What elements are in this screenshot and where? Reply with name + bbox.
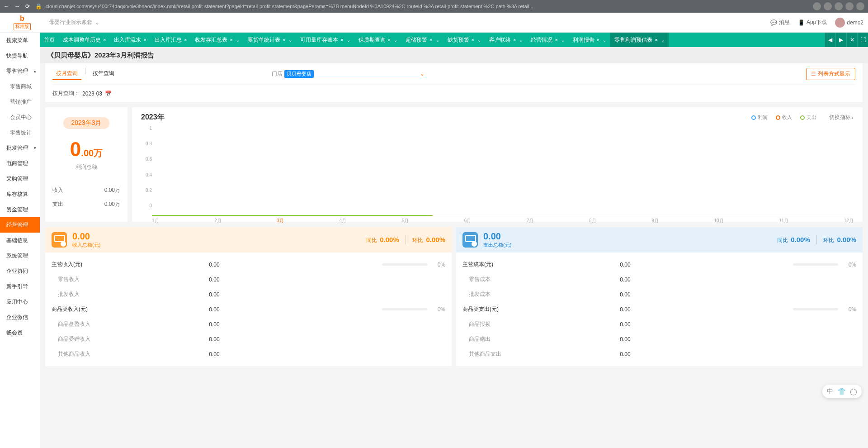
shirt-icon[interactable]: 👕 [838,388,845,395]
store-tag[interactable]: 贝贝母婴店 [284,70,314,78]
close-icon[interactable]: × [555,37,557,43]
tab[interactable]: 出入库汇总× [151,33,191,47]
tabs-next[interactable]: ▶ [835,33,846,47]
sidebar-item[interactable]: 基础信息 [0,233,40,248]
chart-plot[interactable]: 1月2月3月4月5月6月7月8月9月10月11月12月 [152,126,854,216]
close-icon[interactable]: × [230,37,232,43]
income-panel: 0.00 收入总额(元) 同比 0.00% 环比 0.00% 主营收入(元)0.… [45,227,452,366]
logo: b 标准版 [5,14,40,30]
sidebar-item[interactable]: 零售管理 [0,63,40,79]
sidebar-item[interactable]: 企业协同 [0,263,40,279]
app-header: b 标准版 母婴行业演示账套 💬 消息 📱 App下载 demo2 [0,13,868,33]
detail-row: 其他商品收入0.00 [52,347,445,362]
float-toolbar[interactable]: 中 👕 ◯ [822,385,862,398]
detail-row: 其他商品支出0.00 [462,347,856,362]
phone-icon: 📱 [798,19,805,26]
tab[interactable]: 首页 [40,33,59,47]
detail-row: 主营成本(元)0.000% [462,257,856,272]
legend-income[interactable]: 收入 [776,114,792,121]
close-icon[interactable]: × [340,37,343,43]
filter-tab-year[interactable]: 按年查询 [89,68,118,80]
close-icon[interactable]: × [597,37,599,43]
edition-badge: 标准版 [14,23,31,30]
reload-icon[interactable]: ⟳ [25,3,30,10]
sidebar-item[interactable]: 企业微信 [0,310,40,325]
account-dropdown[interactable]: 母婴行业演示账套 [49,19,99,26]
tab[interactable]: 利润报告× [569,33,610,47]
sidebar-item[interactable]: 电商管理 [0,156,40,171]
sidebar-item[interactable]: 采购管理 [0,171,40,186]
close-icon[interactable]: × [655,37,657,43]
sidebar-item[interactable]: 新手引导 [0,279,40,294]
tab[interactable]: 保质期查询× [354,33,401,47]
detail-row: 零售成本0.00 [462,272,856,287]
tab[interactable]: 收发存汇总表× [191,33,243,47]
browser-extensions [813,2,864,10]
list-mode-label: 列表方式显示 [818,70,850,78]
sidebar-item[interactable]: 零售统计 [0,125,40,140]
messages-link[interactable]: 💬 消息 [770,19,790,26]
expense-total-amount: 0.00 [483,231,511,242]
ime-indicator[interactable]: 中 [827,387,833,396]
tabs-close-all[interactable]: ✕ [846,33,857,47]
sidebar-item[interactable]: 应用中心 [0,294,40,310]
sidebar-item[interactable]: 会员中心 [0,110,40,125]
filter-tab-month[interactable]: 按月查询 [52,68,81,80]
tab[interactable]: 客户联络× [485,33,527,47]
legend-expense[interactable]: 支出 [800,114,816,121]
close-icon[interactable]: × [103,37,106,43]
store-select[interactable]: 贝贝母婴店 [284,69,425,79]
switch-metric-button[interactable]: 切换指标› [829,114,854,121]
tab[interactable]: 出入库流水× [110,33,150,47]
close-icon[interactable]: × [184,37,187,43]
close-icon[interactable]: × [513,37,516,43]
close-icon[interactable]: × [388,37,391,43]
tab[interactable]: 成本调整单历史× [59,33,110,47]
sidebar-item[interactable]: 快捷导航 [0,48,40,63]
close-icon[interactable]: × [429,37,432,43]
close-icon[interactable]: × [472,37,474,43]
month-query-value[interactable]: 2023-03 [82,91,102,97]
legend-profit[interactable]: 利润 [751,114,768,121]
sidebar-item[interactable]: 资金管理 [0,202,40,217]
close-icon[interactable]: × [283,37,285,43]
tab[interactable]: 经营情况× [527,33,568,47]
profit-total-label: 利润总额 [52,163,120,171]
page-title: 《贝贝母婴店》2023年3月利润报告 [40,47,868,63]
trend-chart-card: 2023年 利润 收入 支出 切换指标› 10.80.60.40.20 [132,107,863,222]
forward-icon[interactable]: → [14,3,20,10]
detail-row: 商品盘盈收入0.00 [52,317,445,332]
list-mode-button[interactable]: ☰ 列表方式显示 [806,68,855,80]
detail-row: 商品类支出(元)0.000% [462,302,856,317]
address-bar[interactable]: cloud.chanjet.com/nsy/u400r74daqxn/ole3b… [46,4,809,9]
calendar-icon[interactable]: 📅 [105,91,112,97]
sidebar-item[interactable]: 搜索菜单 [0,33,40,48]
tab[interactable]: 要货单统计表× [244,33,296,47]
tab[interactable]: 零售利润预估表× [610,33,668,47]
circle-icon[interactable]: ◯ [850,388,857,395]
sidebar-item[interactable]: 库存核算 [0,186,40,202]
tabs-bar: 首页成本调整单历史×出入库流水×出入库汇总×收发存汇总表×要货单统计表×可用量库… [40,33,868,47]
user-menu[interactable]: demo2 [835,18,863,28]
sidebar-item[interactable]: 畅会员 [0,325,40,340]
tabs-fullscreen[interactable]: ⛶ [857,33,868,47]
sidebar-item[interactable]: 营销推广 [0,94,40,110]
browser-chrome-bar: ← → ⟳ 🔒 cloud.chanjet.com/nsy/u400r74daq… [0,0,868,13]
app-download-link[interactable]: 📱 App下载 [798,19,827,26]
summary-month-badge: 2023年3月 [63,117,110,129]
tabs-prev[interactable]: ◀ [825,33,835,47]
sidebar-item[interactable]: 经营管理 [0,217,40,233]
sidebar-item[interactable]: 零售商城 [0,79,40,94]
profit-total-amount: 0.00万 [52,138,120,161]
profit-summary-card: 2023年3月 0.00万 利润总额 收入0.00万 支出0.00万 [45,107,127,222]
sidebar-item[interactable]: 系统管理 [0,248,40,263]
back-icon[interactable]: ← [4,3,9,10]
income-total-label: 收入总额(元) [72,242,100,248]
close-icon[interactable]: × [143,37,146,43]
chevron-right-icon: › [852,114,854,121]
sidebar-item[interactable]: 批发管理 [0,140,40,156]
expense-mom: 环比 0.00% [823,236,856,244]
tab[interactable]: 超储预警× [401,33,443,47]
tab[interactable]: 可用量库存账本× [296,33,354,47]
tab[interactable]: 缺货预警× [443,33,485,47]
